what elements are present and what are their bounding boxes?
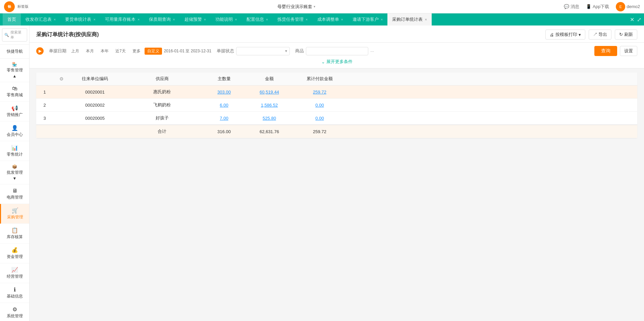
close-tab-caigou[interactable]: × (425, 17, 427, 21)
shortcut-more[interactable]: 更多 (130, 48, 143, 55)
col-header-code: 往来单位编码 (70, 72, 120, 86)
close-tab-peizhi[interactable]: × (266, 17, 268, 21)
cell-extra-1 (345, 86, 637, 99)
sidebar-item-marketing[interactable]: 📢 营销推广 (0, 102, 29, 121)
workspace-selector[interactable]: 母婴行业演示账套 ▾ (277, 4, 315, 10)
message-btn[interactable]: 💬 消息 (564, 4, 579, 10)
status-select[interactable] (236, 47, 290, 55)
table-row: 1 00020001 惠氏奶粉 303.00 60,519.44 259.72 (36, 86, 637, 99)
close-tab-yaohuo[interactable]: × (93, 17, 95, 21)
cell-num-3: 3 (36, 112, 53, 125)
tab-chaochu[interactable]: 超储预警 × (180, 13, 211, 25)
cell-check-3 (53, 112, 70, 125)
status-select-wrapper (236, 47, 290, 55)
close-tab-gongneng[interactable]: × (235, 17, 237, 21)
close-tab-jianhuo[interactable]: × (306, 17, 308, 21)
goods-input[interactable] (306, 47, 368, 55)
shortcut-this-year[interactable]: 本年 (98, 48, 111, 55)
filter-settings-btn[interactable]: 设置 (620, 46, 637, 56)
page-actions: 🖨 按模板打印 ▾ ↗ 导出 ↻ 刷新 (545, 30, 637, 40)
sidebar-item-purchase[interactable]: 🛒 采购管理 (0, 204, 29, 224)
column-settings-icon[interactable]: ⚙ (59, 76, 64, 82)
cell-num-2: 2 (36, 99, 53, 112)
sidebar-item-operations[interactable]: 📈 经营管理 (0, 263, 29, 283)
retail-mgmt-icon: 🏪 (12, 62, 17, 67)
query-btn[interactable]: 查询 (594, 46, 617, 56)
sidebar-item-system[interactable]: ⚙ 系统管理 (0, 303, 29, 321)
sidebar-item-label-basic-info: 基础信息 (7, 293, 23, 299)
amount-link-1[interactable]: 60,519.44 (260, 90, 279, 95)
filter-date-item: 单据日期 上月 本月 本年 近7天 更多 自定义 2016-01-01 至 20… (49, 48, 211, 55)
tab-shoufasun[interactable]: 收发存汇总表 × (21, 13, 60, 25)
tab-gongneng[interactable]: 功能说明 × (211, 13, 241, 25)
sidebar-item-retail-shop[interactable]: 🛍 零售商城 (0, 82, 29, 102)
operations-icon: 📈 (11, 267, 18, 273)
sidebar-item-label-inventory: 库存核算 (7, 234, 23, 240)
sidebar-item-wholesale-mgmt[interactable]: 📦 批发管理 ▼ (0, 161, 29, 184)
footer-paid: 259.72 (294, 125, 345, 138)
filter-toggle-btn[interactable]: ▶ (36, 47, 44, 55)
cell-supplier-1: 惠氏奶粉 (120, 86, 204, 99)
table-footer: 合计 316.00 62,631.76 259.72 (36, 125, 637, 138)
expand-more-btn[interactable]: ⌄ 展开更多条件 (321, 59, 353, 65)
sidebar-item-ecommerce[interactable]: 🖥 电商管理 (0, 184, 29, 204)
sidebar-item-member[interactable]: 👤 会员中心 (0, 121, 29, 141)
close-tab-shoufasun[interactable]: × (54, 17, 56, 21)
qty-link-1[interactable]: 303.00 (217, 90, 231, 95)
close-tab-yaoqing[interactable]: × (381, 17, 383, 21)
cell-qty-3: 7.00 (204, 112, 244, 125)
user-name: demo2 (627, 4, 640, 9)
footer-amount: 62,631.76 (244, 125, 294, 138)
purchase-icon: 🛒 (12, 207, 18, 214)
sidebar-item-label-finance: 资金管理 (7, 254, 23, 260)
shortcut-custom[interactable]: 自定义 (145, 48, 162, 55)
tab-home[interactable]: 首页 (3, 13, 21, 25)
system-icon: ⚙ (12, 306, 17, 313)
sidebar-search-btn[interactable]: 🔍 搜索菜单 (2, 28, 27, 42)
shortcut-last-month[interactable]: 上月 (68, 48, 82, 55)
shortcut-7days[interactable]: 近7天 (113, 48, 128, 55)
tab-jianhuo[interactable]: 拣货任务管理 × (273, 13, 312, 25)
footer-extra (345, 125, 637, 138)
export-btn[interactable]: ↗ 导出 (589, 30, 612, 40)
date-range-display: 2016-01-01 至 2023-12-31 (164, 48, 211, 54)
qty-link-2[interactable]: 6.00 (220, 103, 228, 108)
tab-yaohuo[interactable]: 要货单统计表 × (60, 13, 100, 25)
sidebar-item-basic-info[interactable]: ℹ 基础信息 (0, 283, 29, 303)
member-icon: 👤 (11, 125, 18, 131)
sidebar-item-finance[interactable]: 💰 资金管理 (0, 244, 29, 263)
tab-chengben[interactable]: 成本调整单 × (313, 13, 348, 25)
close-tab-keyongliang[interactable]: × (138, 17, 140, 21)
tab-caigou-active[interactable]: 采购订单统计表 × (387, 13, 431, 25)
retail-stat-icon: 📊 (11, 145, 18, 151)
close-tab-chaochu[interactable]: × (204, 17, 206, 21)
sidebar-item-label-retail-shop: 零售商城 (7, 92, 23, 98)
maximize-btn[interactable]: ⤢ (637, 16, 641, 23)
paid-link-1[interactable]: 259.72 (313, 90, 326, 95)
tab-baozhi[interactable]: 保质期查询 × (144, 13, 179, 25)
goods-more-icon[interactable]: ··· (370, 49, 374, 54)
print-btn[interactable]: 🖨 按模板打印 ▾ (545, 30, 585, 40)
close-tab-chengben[interactable]: × (341, 17, 343, 21)
amount-link-3[interactable]: 525.80 (263, 116, 276, 121)
col-header-num (36, 72, 53, 86)
app-download-btn[interactable]: 📱 App下载 (586, 4, 609, 10)
paid-link-3[interactable]: 0.00 (315, 116, 324, 121)
amount-link-2[interactable]: 1,586.52 (261, 103, 278, 108)
close-all-tabs-btn[interactable]: ✕ (630, 16, 634, 23)
sidebar-item-retail-stat[interactable]: 📊 零售统计 (0, 141, 29, 161)
paid-link-2[interactable]: 0.00 (315, 103, 324, 108)
refresh-btn[interactable]: ↻ 刷新 (615, 30, 637, 40)
close-tab-baozhi[interactable]: × (173, 17, 175, 21)
qty-link-3[interactable]: 7.00 (220, 116, 228, 121)
sidebar-item-inventory[interactable]: 📋 库存核算 (0, 224, 29, 244)
quick-nav-btn[interactable]: 快捷导航 (2, 47, 27, 56)
tab-yaoqing[interactable]: 邀请下游客户 × (348, 13, 387, 25)
tab-keyongliang[interactable]: 可用量库存账本 × (100, 13, 144, 25)
sidebar-item-retail-mgmt[interactable]: 🏪 零售管理 ▲ (0, 59, 29, 82)
user-profile[interactable]: E demo2 (616, 2, 640, 11)
tab-peizhi[interactable]: 配置信息 × (242, 13, 273, 25)
footer-row: 合计 316.00 62,631.76 259.72 (36, 125, 637, 138)
shortcut-this-month[interactable]: 本月 (83, 48, 97, 55)
cell-check-2 (53, 99, 70, 112)
